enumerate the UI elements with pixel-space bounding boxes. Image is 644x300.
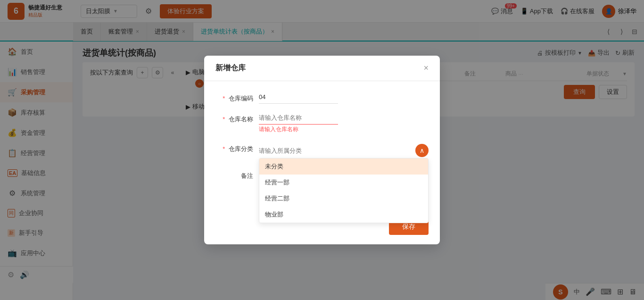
name-label: * 仓库名称: [215, 111, 253, 124]
name-field-wrap: 请输入仓库名称: [259, 111, 429, 133]
modal-overlay[interactable]: 新增仓库 × * 仓库编码 * 仓库名称: [0, 0, 644, 300]
name-input[interactable]: [259, 111, 338, 125]
code-input[interactable]: [259, 91, 338, 104]
dialog-header: 新增仓库 ×: [204, 56, 440, 81]
option-dept2[interactable]: 经营二部: [259, 191, 428, 207]
category-field-wrap: ∧ 未分类 经营一部 经营二部 物业部: [259, 141, 429, 160]
option-unclassified[interactable]: 未分类: [259, 158, 428, 175]
new-warehouse-dialog: 新增仓库 × * 仓库编码 * 仓库名称: [204, 56, 440, 244]
code-field-wrap: [259, 91, 429, 104]
code-label: * 仓库编码: [215, 91, 253, 103]
category-label-text: 仓库分类: [229, 145, 253, 152]
name-required-mark: *: [223, 116, 225, 123]
code-required-mark: *: [223, 95, 225, 102]
dialog-close-button[interactable]: ×: [423, 63, 429, 73]
option-dept1[interactable]: 经营一部: [259, 175, 428, 191]
dialog-title: 新增仓库: [215, 63, 246, 73]
code-label-text: 仓库编码: [229, 95, 253, 102]
remark-label: 备注: [215, 168, 253, 180]
category-toggle-button[interactable]: ∧: [415, 144, 429, 157]
category-input[interactable]: [259, 147, 415, 154]
option-property[interactable]: 物业部: [259, 207, 428, 223]
category-label: * 仓库分类: [215, 141, 253, 153]
form-row-category: * 仓库分类 ∧ 未分类 经营一部 经营二部 物业部: [215, 141, 429, 160]
remark-label-text: 备注: [241, 172, 253, 179]
name-label-text: 仓库名称: [229, 116, 253, 123]
form-row-name: * 仓库名称 请输入仓库名称: [215, 111, 429, 133]
category-dropdown-list: 未分类 经营一部 经营二部 物业部: [259, 158, 429, 223]
form-row-code: * 仓库编码: [215, 91, 429, 104]
category-required-mark: *: [223, 145, 225, 152]
name-error-msg: 请输入仓库名称: [259, 125, 429, 133]
dialog-body: * 仓库编码 * 仓库名称 请输入仓库名称: [204, 81, 440, 213]
category-dropdown[interactable]: ∧: [259, 141, 429, 160]
